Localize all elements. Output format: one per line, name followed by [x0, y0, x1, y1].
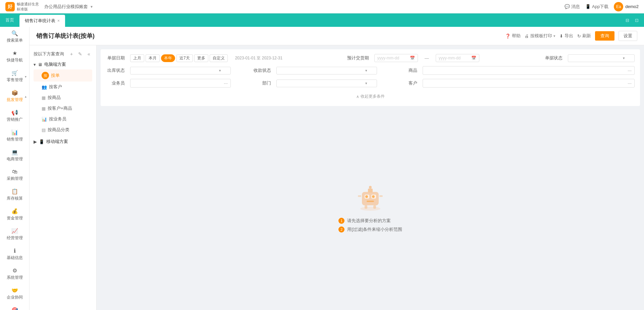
date-btn-this-year[interactable]: 本年 [161, 54, 175, 62]
date-quick-buttons: 上月 本月 本年 近7天 更多 自定义 [130, 54, 228, 62]
sidebar-item-purchase[interactable]: 🛍 采购管理 [0, 165, 29, 185]
message-button[interactable]: 💬 消息 [565, 4, 580, 10]
calendar-to-icon: 📅 [471, 56, 476, 60]
tree-item-by-customer-goods[interactable]: ▦ 按客户+商品 [34, 103, 92, 114]
sidebar-label-search: 搜索菜单 [7, 38, 23, 43]
sidebar-item-retail[interactable]: 🛒 零售管理 ▾ [0, 66, 29, 86]
tab-expand-icon[interactable]: ⊡ [633, 17, 640, 23]
home-tab-label: 首页 [5, 17, 14, 23]
print-icon: 🖨 [525, 34, 529, 39]
goods-input[interactable]: ··· [423, 66, 635, 75]
collapse-bar[interactable]: ∧ 收起更多条件 [106, 92, 635, 101]
tree-item-label-salesperson: 按业务员 [49, 116, 66, 122]
tree-parent-mobile[interactable]: ▶ 📱 移动端方案 [34, 137, 92, 147]
desktop-folder-icon: 🖥 [38, 62, 42, 67]
sidebar-label-sales: 销售管理 [7, 137, 23, 142]
sidebar-item-guide[interactable]: 🎯 新手引导 [0, 304, 29, 310]
export-button[interactable]: ⬇ 导出 [559, 33, 573, 39]
logo-area: 好 畅捷通好生意 标准版 [5, 2, 39, 11]
tree-item-by-salesperson[interactable]: 📊 按业务员 [34, 114, 92, 124]
sidebar-item-sales[interactable]: 📊 销售管理 [0, 126, 29, 146]
salesperson-dots-icon[interactable]: ··· [224, 81, 228, 86]
sidebar-item-nav[interactable]: ★ 快捷导航 [0, 47, 29, 66]
date-label: 单据日期 [106, 55, 125, 61]
goods-dots-icon[interactable]: ··· [628, 68, 632, 73]
filter-row-salesperson: 业务员 ··· 部门 ▾ 客户 [106, 79, 635, 88]
collapse-panel-button[interactable]: « [86, 51, 92, 57]
date-btn-7days[interactable]: 近7天 [176, 54, 193, 62]
avatar: Ea [614, 2, 623, 11]
tree-item-by-customer[interactable]: 👥 按客户 [34, 82, 92, 92]
breadcrumb-title: 办公用品行业模拟账套 [44, 4, 88, 10]
settings-button[interactable]: 设置 [619, 31, 637, 41]
tree-expand-icon: ▾ [34, 62, 36, 67]
date-to-input[interactable]: yyyy-mm-dd 📅 [436, 54, 479, 62]
step-2-text: 用[过滤]条件来缩小分析范围 [347, 226, 402, 232]
sidebar-label-nav: 快捷导航 [7, 57, 23, 63]
goods-icon: ▦ [42, 95, 46, 100]
sidebar-item-basic[interactable]: ℹ 基础信息 [0, 244, 29, 264]
date-btn-last-month[interactable]: 上月 [130, 54, 144, 62]
tab-minimize-icon[interactable]: ⊟ [624, 17, 631, 23]
tree-item-by-goods[interactable]: ▦ 按商品 [34, 92, 92, 103]
sidebar-item-finance[interactable]: 💰 资金管理 [0, 205, 29, 224]
content-body: 按以下方案查询 + ✎ « ▾ [30, 45, 644, 310]
logo-text: 畅捷通好生意 标准版 [17, 2, 39, 11]
svg-point-5 [372, 195, 375, 198]
tree-item-by-category[interactable]: ▤ 按商品分类 [34, 124, 92, 135]
add-scheme-button[interactable]: + [68, 51, 75, 57]
sidebar-item-marketing[interactable]: 📢 营销推广 [0, 106, 29, 126]
sidebar-item-inventory[interactable]: 📋 库存核算 [0, 185, 29, 205]
department-select[interactable]: ▾ [276, 80, 377, 87]
tree-item-label-goods: 按商品 [48, 95, 61, 101]
breadcrumb-arrow-icon[interactable]: ▾ [91, 4, 93, 9]
print-button[interactable]: 🖨 按模板打印 ▾ [525, 33, 555, 39]
query-button[interactable]: 查询 [595, 31, 614, 41]
sidebar-item-wholesale[interactable]: 📦 批发管理 ▴ [0, 86, 29, 106]
tab-home[interactable]: 首页 [0, 13, 19, 27]
date-from-input[interactable]: yyyy-mm-dd 📅 [374, 54, 418, 62]
user-name: demo2 [625, 4, 639, 9]
sidebar-item-management[interactable]: 📈 经营管理 [0, 224, 29, 244]
department-label: 部门 [252, 80, 271, 86]
salesperson-input[interactable]: ··· [130, 79, 231, 88]
step-1: 1 请先选择要分析的方案 [338, 218, 402, 224]
retail-arrow-icon: ▾ [25, 74, 26, 78]
refresh-button[interactable]: ↻ 刷新 [577, 33, 591, 39]
sales-icon: 📊 [11, 129, 18, 136]
tree-item-by-order[interactable]: 按 按单 [34, 69, 92, 82]
app-download-button[interactable]: 📱 App下载 [585, 4, 608, 10]
tree-item-label-order: 按单 [51, 72, 60, 79]
wholesale-icon: 📦 [11, 90, 18, 96]
empty-illustration [350, 180, 390, 214]
tab-active[interactable]: 销售订单统计表 × [19, 15, 65, 27]
tab-close-icon[interactable]: × [57, 18, 60, 23]
sidebar-item-search[interactable]: 🔍 搜索菜单 [0, 27, 29, 47]
empty-state: 1 请先选择要分析的方案 2 用[过滤]条件来缩小分析范围 [101, 109, 640, 306]
date-range-text: 2023-01-01 至 2023-12-31 [235, 55, 282, 61]
sidebar-item-ecommerce[interactable]: 💻 电商管理 [0, 146, 29, 165]
date-btn-custom[interactable]: 自定义 [210, 54, 228, 62]
help-button[interactable]: ❓ 帮助 [505, 33, 521, 39]
tree-parent-desktop[interactable]: ▾ 🖥 电脑端方案 [34, 59, 92, 69]
customer-input[interactable]: ··· [423, 79, 635, 88]
payment-select[interactable]: ▾ [276, 67, 377, 74]
delivery-select[interactable]: ▾ [130, 67, 231, 74]
date-btn-this-month[interactable]: 本月 [146, 54, 160, 62]
export-icon: ⬇ [559, 34, 563, 39]
payment-arrow-icon: ▾ [365, 68, 367, 73]
svg-point-8 [369, 186, 372, 189]
edit-icon: ✎ [78, 51, 82, 57]
sidebar-item-system[interactable]: ⚙ 系统管理 [0, 264, 29, 284]
calendar-from-icon: 📅 [410, 56, 415, 60]
edit-scheme-button[interactable]: ✎ [77, 51, 84, 57]
sidebar-item-collab[interactable]: 🤝 企业协同 [0, 284, 29, 304]
customer-dots-icon[interactable]: ··· [628, 81, 632, 86]
collapse-icon: « [88, 51, 90, 57]
basic-icon: ℹ [14, 248, 16, 254]
sidebar-label-wholesale: 批发管理 [7, 97, 23, 103]
step-1-text: 请先选择要分析的方案 [347, 218, 391, 224]
tree-parent-label: 电脑端方案 [44, 61, 66, 67]
status-select[interactable]: ▾ [568, 54, 635, 62]
date-btn-more[interactable]: 更多 [194, 54, 208, 62]
